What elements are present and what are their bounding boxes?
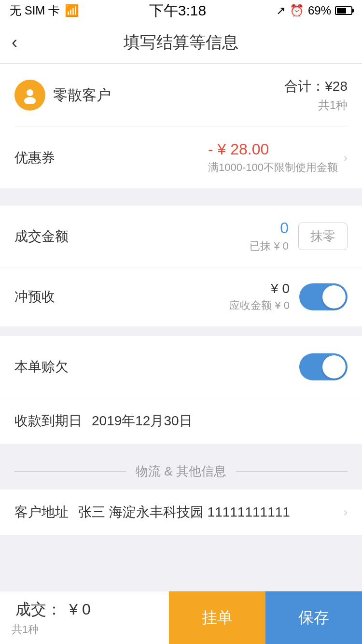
logistics-label: 物流 & 其他信息 — [126, 463, 236, 480]
bottom-info: 成交： ¥ 0 共1种 — [0, 591, 169, 644]
status-bar: 无 SIM 卡 📶 下午3:18 ↗ ⏰ 69% — [0, 0, 362, 21]
transaction-sub: 已抹 ¥ 0 — [250, 239, 289, 253]
transaction-info: 0 已抹 ¥ 0 — [250, 219, 289, 253]
svg-point-1 — [24, 97, 36, 104]
address-left: 客户地址 张三 海淀永丰科技园 11111111111 — [14, 503, 290, 521]
section-gap-1 — [0, 196, 362, 206]
duedate-label: 收款到期日 — [14, 412, 82, 430]
address-label: 客户地址 — [14, 503, 69, 521]
bottom-count: 共1种 — [12, 622, 157, 637]
coupon-label: 优惠券 — [14, 149, 55, 167]
debt-label: 本单赊欠 — [14, 358, 69, 376]
status-time: 下午3:18 — [149, 1, 206, 21]
duedate-value[interactable]: 2019年12月30日 — [92, 412, 193, 430]
prereceive-amount-group: ¥ 0 应收金额 ¥ 0 — [229, 281, 290, 313]
transaction-section: 成交金额 0 已抹 ¥ 0 抹零 冲预收 ¥ 0 应收金额 ¥ 0 — [0, 206, 362, 326]
section-gap-5 — [0, 545, 362, 554]
save-button[interactable]: 保存 — [265, 591, 362, 644]
transaction-label: 成交金额 — [14, 227, 69, 246]
transaction-amount-row: 成交金额 0 已抹 ¥ 0 抹零 — [0, 206, 362, 267]
coupon-desc: 满1000-100不限制使用金额 — [208, 160, 338, 175]
section-gap-2 — [0, 326, 362, 336]
status-left: 无 SIM 卡 📶 — [10, 3, 79, 18]
coupon-right: - ¥ 28.00 满1000-100不限制使用金额 › — [208, 140, 348, 175]
section-gap-3 — [0, 444, 362, 453]
total-amount: 合计：¥28 — [284, 77, 348, 96]
prereceive-receivable: 应收金额 ¥ 0 — [229, 298, 290, 313]
prereceive-label: 冲预收 — [14, 288, 55, 306]
debt-section: 本单赊欠 收款到期日 2019年12月30日 — [0, 336, 362, 444]
round-zero-button[interactable]: 抹零 — [298, 223, 348, 250]
deal-label: 成交： — [15, 601, 62, 618]
section-gap-4 — [0, 535, 362, 545]
debt-row: 本单赊欠 — [0, 336, 362, 398]
address-chevron-icon: › — [344, 505, 348, 519]
debt-toggle[interactable] — [299, 353, 348, 380]
alarm-icon: ⏰ — [290, 4, 304, 17]
avatar — [14, 80, 45, 111]
coupon-row[interactable]: 优惠券 - ¥ 28.00 满1000-100不限制使用金额 › — [0, 127, 362, 188]
no-sim-text: 无 SIM 卡 — [10, 3, 60, 18]
battery-icon — [335, 6, 352, 15]
customer-name: 零散客户 — [53, 85, 111, 105]
prereceive-toggle[interactable] — [299, 283, 348, 310]
address-row[interactable]: 客户地址 张三 海淀永丰科技园 11111111111 › — [0, 490, 362, 535]
page-title: 填写结算等信息 — [124, 31, 238, 54]
prereceive-amount: ¥ 0 — [229, 281, 290, 296]
transaction-right: 0 已抹 ¥ 0 抹零 — [250, 219, 348, 253]
prereceive-row: 冲预收 ¥ 0 应收金额 ¥ 0 — [0, 267, 362, 326]
transaction-value[interactable]: 0 — [280, 219, 289, 237]
bottom-deal-row: 成交： ¥ 0 — [12, 599, 157, 620]
customer-row: 零散客户 合计：¥28 共1种 — [0, 64, 362, 126]
customer-left: 零散客户 — [14, 80, 111, 111]
customer-card: 零散客户 合计：¥28 共1种 优惠券 - ¥ 28.00 满1000-100不… — [0, 64, 362, 188]
prereceive-right: ¥ 0 应收金额 ¥ 0 — [229, 281, 348, 313]
battery-percent: 69% — [308, 4, 331, 17]
logistics-line-right — [236, 471, 348, 472]
duedate-row: 收款到期日 2019年12月30日 — [0, 398, 362, 444]
content: 零散客户 合计：¥28 共1种 优惠券 - ¥ 28.00 满1000-100不… — [0, 64, 362, 644]
toggle-knob — [322, 285, 346, 308]
svg-point-0 — [27, 89, 33, 96]
logistics-line-left — [14, 471, 126, 472]
address-value: 张三 海淀永丰科技园 11111111111 — [78, 503, 290, 521]
status-right: ↗ ⏰ 69% — [276, 4, 352, 17]
customer-right: 合计：¥28 共1种 — [284, 77, 348, 113]
logistics-header: 物流 & 其他信息 — [0, 453, 362, 490]
location-icon: ↗ — [276, 4, 286, 17]
debt-toggle-knob — [322, 355, 346, 378]
section-gap-7 — [0, 564, 362, 574]
wifi-icon: 📶 — [65, 4, 79, 17]
coupon-discount: - ¥ 28.00 — [208, 140, 338, 158]
coupon-info: - ¥ 28.00 满1000-100不限制使用金额 — [208, 140, 338, 175]
section-gap-8 — [0, 574, 362, 583]
total-count: 共1种 — [284, 98, 348, 113]
bottom-bar: 成交： ¥ 0 共1种 挂单 保存 — [0, 591, 362, 644]
back-button[interactable]: ‹ — [12, 32, 17, 53]
chevron-right-icon: › — [344, 151, 348, 165]
hang-order-button[interactable]: 挂单 — [169, 591, 265, 644]
section-gap-6 — [0, 554, 362, 564]
nav-bar: ‹ 填写结算等信息 — [0, 21, 362, 64]
deal-value: ¥ 0 — [69, 601, 90, 618]
